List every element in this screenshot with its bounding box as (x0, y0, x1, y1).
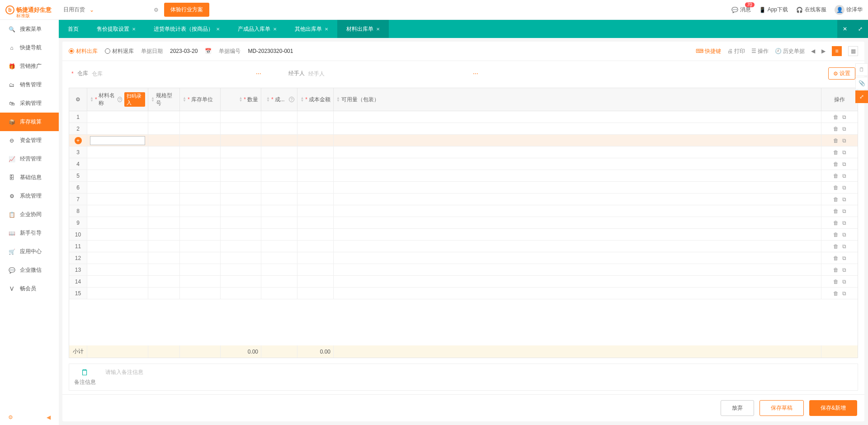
more-icon[interactable]: ⋯ (473, 71, 478, 77)
copy-row-icon[interactable]: ⧉ (842, 279, 846, 285)
copy-row-icon[interactable]: ⧉ (842, 243, 846, 250)
settings-button[interactable]: ⚙ 设置 (828, 67, 855, 80)
close-icon[interactable]: ✕ (132, 27, 136, 32)
col-qty[interactable]: ▲▼*数量 (221, 88, 261, 111)
next-doc-button[interactable]: ▶ (821, 48, 826, 54)
tab-4[interactable]: 其他出库单✕ (286, 20, 337, 38)
rail-attach-button[interactable]: 📎 (855, 77, 868, 90)
rail-expand-button[interactable]: ⤢ (855, 90, 868, 103)
copy-row-icon[interactable]: ⧉ (842, 126, 846, 132)
save-draft-button[interactable]: 保存草稿 (760, 400, 804, 416)
copy-row-icon[interactable]: ⧉ (842, 184, 846, 191)
sidebar-item-0[interactable]: 🔍搜索菜单 (0, 20, 59, 38)
copy-row-icon[interactable]: ⧉ (842, 255, 846, 261)
table-row[interactable]: 6🗑⧉ (69, 182, 858, 194)
messages-button[interactable]: 💬 消息 70 (731, 6, 751, 14)
delete-row-icon[interactable]: 🗑 (833, 231, 839, 238)
user-menu[interactable]: 👤 徐泽华 (835, 5, 863, 15)
radio-return[interactable]: 材料退库 (105, 47, 134, 55)
delete-row-icon[interactable]: 🗑 (833, 184, 839, 191)
agent-input[interactable] (308, 71, 469, 77)
print-button[interactable]: 🖨 打印 (727, 47, 745, 55)
gear-icon[interactable]: ⚙ (154, 7, 159, 13)
table-row[interactable]: 14🗑⧉ (69, 276, 858, 288)
sidebar-item-2[interactable]: 🎁营销推广 (0, 57, 59, 76)
help-icon[interactable]: ? (118, 97, 122, 102)
tab-1[interactable]: 售价提取设置✕ (88, 20, 145, 38)
trial-button[interactable]: 体验行业方案 (164, 3, 209, 17)
sidebar-item-13[interactable]: 💬企业微信 (0, 261, 59, 279)
copy-row-icon[interactable]: ⧉ (842, 173, 846, 179)
copy-row-icon[interactable]: ⧉ (842, 267, 846, 273)
rail-note-button[interactable]: 🗒 (855, 63, 868, 76)
table-row[interactable]: 7🗑⧉ (69, 194, 858, 205)
close-icon[interactable]: ✕ (216, 27, 220, 32)
sidebar-item-7[interactable]: 📈经营管理 (0, 150, 59, 168)
copy-row-icon[interactable]: ⧉ (842, 208, 846, 214)
radio-out[interactable]: 材料出库 (69, 47, 98, 55)
table-row[interactable]: +🗑⧉ (69, 135, 858, 146)
tab-0[interactable]: 首页 (59, 20, 88, 38)
support-button[interactable]: 🎧 在线客服 (796, 6, 826, 14)
col-amt[interactable]: ▲▼*成本金额 (297, 88, 334, 111)
copy-row-icon[interactable]: ⧉ (842, 137, 846, 144)
table-row[interactable]: 9🗑⧉ (69, 217, 858, 229)
col-cost[interactable]: ▲▼*成... ? (261, 88, 297, 111)
tab-3[interactable]: 产成品入库单✕ (229, 20, 286, 38)
settings-icon[interactable]: ⚙ (8, 414, 13, 420)
delete-row-icon[interactable]: 🗑 (833, 243, 839, 250)
date-value[interactable]: 2023-03-20 (170, 48, 198, 54)
prev-doc-button[interactable]: ◀ (811, 48, 815, 54)
table-row[interactable]: 15🗑⧉ (69, 288, 858, 299)
app-download-button[interactable]: 📱 App下载 (759, 6, 788, 14)
sidebar-item-14[interactable]: Ⅴ畅会员 (0, 279, 59, 298)
discard-button[interactable]: 放弃 (721, 400, 754, 416)
copy-row-icon[interactable]: ⧉ (842, 290, 846, 297)
table-row[interactable]: 3🗑⧉ (69, 146, 858, 158)
name-input[interactable] (90, 136, 145, 145)
warehouse-field[interactable]: *仓库 ⋯ (71, 70, 261, 77)
col-name[interactable]: ▲▼*材料名称?扫码录入 (87, 88, 148, 111)
delete-row-icon[interactable]: 🗑 (833, 220, 839, 226)
col-config[interactable]: ⚙ (69, 88, 87, 111)
sidebar-item-3[interactable]: 🗂销售管理 (0, 76, 59, 94)
add-row-button[interactable]: + (69, 135, 87, 146)
warehouse-input[interactable] (92, 71, 252, 77)
view-grid-button[interactable]: ▦ (848, 46, 858, 56)
remark-input[interactable] (101, 364, 858, 390)
delete-row-icon[interactable]: 🗑 (833, 173, 839, 179)
table-row[interactable]: 5🗑⧉ (69, 170, 858, 182)
tab-5[interactable]: 材料出库单✕ (337, 20, 389, 38)
agent-field[interactable]: 经手人 ⋯ (288, 70, 478, 77)
actions-button[interactable]: ☰ 操作 (751, 47, 769, 55)
history-button[interactable]: 🕘 历史单据 (775, 47, 805, 55)
table-row[interactable]: 12🗑⧉ (69, 252, 858, 264)
copy-row-icon[interactable]: ⧉ (842, 161, 846, 167)
delete-row-icon[interactable]: 🗑 (833, 114, 839, 120)
calendar-icon[interactable]: 📅 (205, 48, 212, 54)
sidebar-item-6[interactable]: ⊖资金管理 (0, 131, 59, 150)
sidebar-item-4[interactable]: 🛍采购管理 (0, 94, 59, 113)
tab-expand-button[interactable]: ⤢ (853, 20, 868, 38)
col-unit[interactable]: ▲▼*库存单位 (180, 88, 221, 111)
table-row[interactable]: 1🗑⧉ (69, 111, 858, 123)
sidebar-item-5[interactable]: 📦库存核算 (0, 113, 59, 131)
col-spec[interactable]: ▲▼规格型号 (148, 88, 180, 111)
scan-tag[interactable]: 扫码录入 (124, 92, 145, 107)
delete-row-icon[interactable]: 🗑 (833, 126, 839, 132)
table-row[interactable]: 8🗑⧉ (69, 205, 858, 217)
delete-row-icon[interactable]: 🗑 (833, 137, 839, 144)
sidebar-item-8[interactable]: 🗄基础信息 (0, 168, 59, 187)
copy-row-icon[interactable]: ⧉ (842, 196, 846, 203)
delete-row-icon[interactable]: 🗑 (833, 290, 839, 297)
close-icon[interactable]: ✕ (273, 27, 277, 32)
sidebar-item-10[interactable]: 📋企业协同 (0, 205, 59, 224)
sidebar-item-12[interactable]: 🛒应用中心 (0, 242, 59, 261)
sidebar-item-9[interactable]: ⚙系统管理 (0, 187, 59, 205)
sidebar-item-11[interactable]: 📖新手引导 (0, 224, 59, 242)
copy-row-icon[interactable]: ⧉ (842, 149, 846, 156)
table-row[interactable]: 2🗑⧉ (69, 123, 858, 135)
view-list-button[interactable]: ≡ (832, 46, 842, 56)
table-row[interactable]: 10🗑⧉ (69, 229, 858, 241)
more-icon[interactable]: ⋯ (256, 71, 261, 77)
